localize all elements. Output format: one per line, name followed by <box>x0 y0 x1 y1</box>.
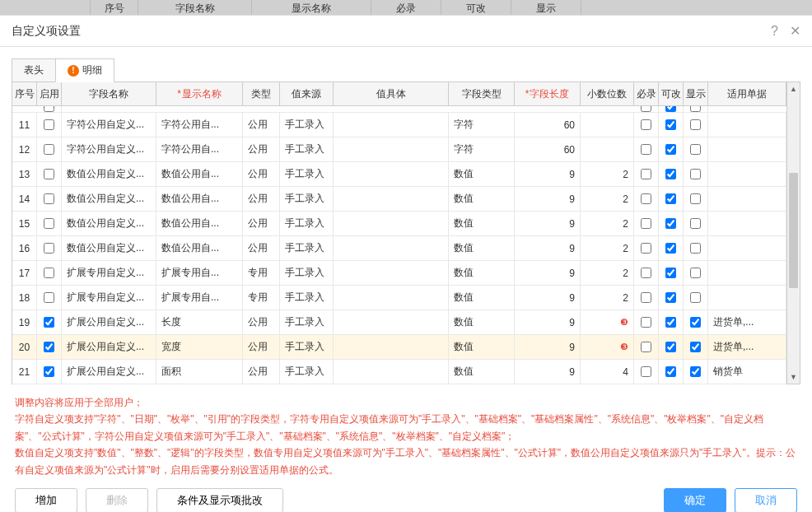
enable-checkbox[interactable] <box>37 236 62 260</box>
field-name-cell[interactable]: 数值公用自定义... <box>62 212 156 235</box>
modifiable-checkbox[interactable] <box>659 212 684 235</box>
col-field-type[interactable]: 字段类型 <box>449 82 515 105</box>
source-cell[interactable]: 手工录入 <box>280 113 334 137</box>
docs-cell[interactable] <box>708 286 786 310</box>
length-cell[interactable]: 9 <box>515 261 581 285</box>
enable-checkbox[interactable] <box>37 137 62 161</box>
col-docs[interactable]: 适用单据 <box>708 82 786 105</box>
decimal-cell[interactable]: 2 <box>581 187 634 211</box>
visible-checkbox[interactable] <box>684 335 708 359</box>
field-type-cell[interactable]: 数值 <box>449 335 515 359</box>
help-icon[interactable]: ? <box>771 24 778 39</box>
required-checkbox[interactable] <box>641 106 651 112</box>
table-row[interactable]: 16数值公用自定义...数值公用自...公用手工录入数值92 <box>12 236 786 261</box>
table-row[interactable]: 14数值公用自定义...数值公用自...公用手工录入数值92 <box>12 187 786 212</box>
field-name-cell[interactable]: 数值公用自定义... <box>62 162 156 186</box>
visible-checkbox[interactable] <box>684 187 708 211</box>
modifiable-checkbox[interactable] <box>659 335 684 359</box>
col-modifiable[interactable]: 可改 <box>659 82 684 105</box>
length-cell[interactable]: 9 <box>515 335 581 359</box>
required-checkbox[interactable] <box>634 335 659 359</box>
field-type-cell[interactable]: 字符 <box>449 113 515 137</box>
modifiable-checkbox[interactable] <box>659 162 684 186</box>
batch-button[interactable]: 条件及显示项批改 <box>156 488 283 512</box>
col-length[interactable]: 字段长度 <box>515 82 581 105</box>
field-type-cell[interactable]: 数值 <box>449 162 515 186</box>
body-cell[interactable] <box>334 360 449 384</box>
display-name-cell[interactable]: 扩展专用自... <box>156 286 243 310</box>
tab-header[interactable]: 表头 <box>12 58 56 81</box>
display-name-cell[interactable]: 字符公用自... <box>156 137 243 161</box>
table-row[interactable]: 15数值公用自定义...数值公用自...公用手工录入数值92 <box>12 212 786 236</box>
required-checkbox[interactable] <box>634 360 659 384</box>
enable-checkbox[interactable] <box>37 360 62 384</box>
visible-checkbox[interactable] <box>684 261 708 285</box>
close-icon[interactable]: ✕ <box>790 23 800 39</box>
col-seq[interactable]: 序号 <box>12 82 37 105</box>
visible-checkbox[interactable] <box>690 106 701 112</box>
enable-checkbox[interactable] <box>37 286 62 310</box>
field-name-cell[interactable]: 字符公用自定义... <box>62 113 156 137</box>
table-row[interactable]: 13数值公用自定义...数值公用自...公用手工录入数值92 <box>12 162 786 187</box>
visible-checkbox[interactable] <box>684 286 708 310</box>
visible-checkbox[interactable] <box>684 360 708 384</box>
body-cell[interactable] <box>334 310 449 334</box>
display-name-cell[interactable]: 宽度 <box>156 335 243 359</box>
required-checkbox[interactable] <box>634 113 659 137</box>
docs-cell[interactable]: 进货单,... <box>708 310 786 334</box>
decimal-cell[interactable]: 4 <box>581 360 634 384</box>
required-checkbox[interactable] <box>634 236 659 260</box>
source-cell[interactable]: 手工录入 <box>280 335 334 359</box>
modifiable-checkbox[interactable] <box>659 286 684 310</box>
source-cell[interactable]: 手工录入 <box>280 137 334 161</box>
display-name-cell[interactable]: 长度 <box>156 310 243 334</box>
length-cell[interactable]: 9 <box>515 360 581 384</box>
length-cell[interactable]: 60 <box>515 113 581 137</box>
docs-cell[interactable] <box>708 236 786 260</box>
enable-checkbox[interactable] <box>37 212 62 235</box>
required-checkbox[interactable] <box>634 212 659 235</box>
body-cell[interactable] <box>334 236 449 260</box>
enable-checkbox[interactable] <box>37 162 62 186</box>
field-name-cell[interactable]: 数值公用自定义... <box>62 236 156 260</box>
field-name-cell[interactable]: 扩展公用自定义... <box>62 310 156 334</box>
display-name-cell[interactable]: 面积 <box>156 360 243 384</box>
add-button[interactable]: 增加 <box>15 488 77 512</box>
visible-checkbox[interactable] <box>684 137 708 161</box>
col-required[interactable]: 必录 <box>634 82 659 105</box>
docs-cell[interactable] <box>708 261 786 285</box>
enable-checkbox[interactable] <box>37 335 62 359</box>
decimal-cell[interactable] <box>581 113 634 137</box>
docs-cell[interactable] <box>708 187 786 211</box>
table-row[interactable]: 19扩展公用自定义...长度公用手工录入数值9❸进货单,... <box>12 310 786 335</box>
visible-checkbox[interactable] <box>684 212 708 235</box>
required-checkbox[interactable] <box>634 187 659 211</box>
docs-cell[interactable]: 进货单,... <box>708 335 786 359</box>
enable-checkbox[interactable] <box>37 187 62 211</box>
col-display-name[interactable]: 显示名称 <box>156 82 243 105</box>
field-type-cell[interactable]: 数值 <box>449 286 515 310</box>
modifiable-checkbox[interactable] <box>659 113 684 137</box>
field-type-cell[interactable]: 数值 <box>449 310 515 334</box>
spinner-icon[interactable]: ❸ <box>620 342 628 352</box>
display-name-cell[interactable]: 字符公用自... <box>156 113 243 137</box>
decimal-cell[interactable]: ❸ <box>581 335 634 359</box>
length-cell[interactable]: 9 <box>515 212 581 235</box>
col-field-name[interactable]: 字段名称 <box>62 82 156 105</box>
source-cell[interactable]: 手工录入 <box>280 162 334 186</box>
source-cell[interactable]: 手工录入 <box>280 187 334 211</box>
col-decimal[interactable]: 小数位数 <box>581 82 634 105</box>
field-name-cell[interactable]: 扩展专用自定义... <box>62 261 156 285</box>
visible-checkbox[interactable] <box>684 113 708 137</box>
col-type[interactable]: 类型 <box>243 82 280 105</box>
body-cell[interactable] <box>334 261 449 285</box>
scroll-up-icon[interactable]: ▲ <box>787 82 800 95</box>
table-row[interactable]: 12字符公用自定义...字符公用自...公用手工录入字符60 <box>12 137 786 162</box>
visible-checkbox[interactable] <box>684 162 708 186</box>
docs-cell[interactable]: 销货单 <box>708 360 786 384</box>
table-row[interactable]: 21扩展公用自定义...面积公用手工录入数值94销货单 <box>12 360 786 384</box>
length-cell[interactable]: 9 <box>515 162 581 186</box>
display-name-cell[interactable]: 数值公用自... <box>156 236 243 260</box>
body-cell[interactable] <box>334 187 449 211</box>
source-cell[interactable]: 手工录入 <box>280 310 334 334</box>
